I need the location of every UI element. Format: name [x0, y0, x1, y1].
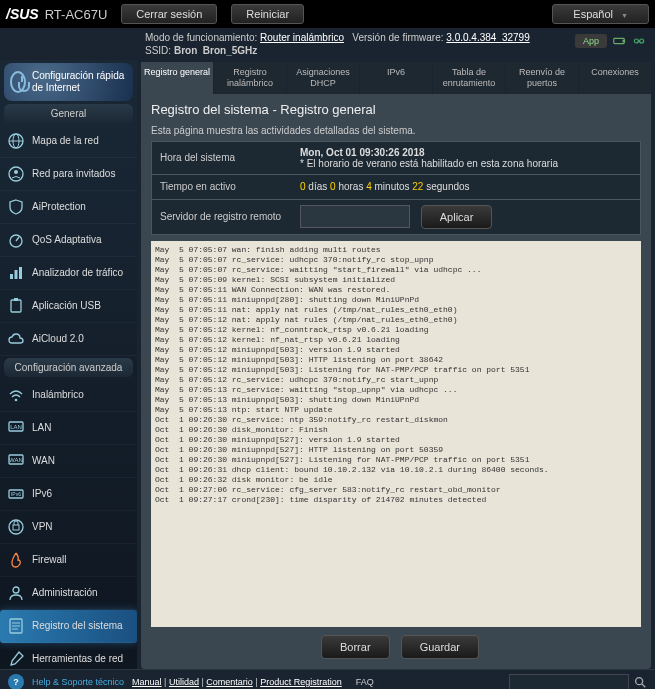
sidebar-item-registro-del-sistema[interactable]: Registro del sistema — [0, 610, 137, 643]
svg-point-31 — [636, 678, 643, 685]
svg-line-32 — [642, 684, 646, 688]
nav-label: Red para invitados — [32, 168, 115, 180]
uptime-value: 0 días 0 horas 4 minutos 22 segundos — [292, 176, 640, 197]
reboot-button[interactable]: Reiniciar — [231, 4, 304, 24]
ipv6-icon: IPv6 — [6, 484, 26, 504]
top-bar: /SUS RT-AC67U Cerrar sesión Reiniciar Es… — [0, 0, 655, 28]
faq-search-input[interactable] — [509, 674, 629, 689]
fw-link[interactable]: 3.0.0.4.384_32799 — [446, 32, 529, 43]
sidebar-item-vpn[interactable]: VPN — [0, 511, 137, 544]
sidebar-item-analizador-de-tr-fico[interactable]: Analizador de tráfico — [0, 257, 137, 290]
remote-log-label: Servidor de registro remoto — [152, 206, 292, 227]
ssid-5: Bron_5GHz — [203, 45, 257, 56]
svg-text:WAN: WAN — [9, 457, 23, 463]
feedback-link[interactable]: Comentario — [206, 677, 253, 687]
header-right-icons: App — [575, 34, 647, 48]
sidebar-item-herramientas-de-red[interactable]: Herramientas de red — [0, 643, 137, 669]
nav-label: WAN — [32, 455, 55, 467]
fw-label: Versión de firmware: — [352, 32, 443, 43]
utility-link[interactable]: Utilidad — [169, 677, 199, 687]
sidebar-item-qos-adaptativa[interactable]: QoS Adaptativa — [0, 224, 137, 257]
app-badge[interactable]: App — [575, 34, 607, 48]
nav-label: Mapa de la red — [32, 135, 99, 147]
nav-label: Registro del sistema — [32, 620, 123, 632]
remote-log-input[interactable] — [300, 205, 410, 228]
ssid-label: SSID: — [145, 45, 171, 56]
sidebar-item-aplicaci-n-usb[interactable]: Aplicación USB — [0, 290, 137, 323]
svg-point-24 — [9, 520, 23, 534]
search-icon[interactable] — [633, 675, 647, 689]
sidebar: Configuración rápida de Internet General… — [0, 60, 137, 669]
logout-button[interactable]: Cerrar sesión — [121, 4, 217, 24]
sidebar-item-firewall[interactable]: Firewall — [0, 544, 137, 577]
nav-label: QoS Adaptativa — [32, 234, 102, 246]
wan-icon: WAN — [6, 451, 26, 471]
fire-icon — [6, 550, 26, 570]
sidebar-item-mapa-de-la-red[interactable]: Mapa de la red — [0, 125, 137, 158]
page-title: Registro del sistema - Registro general — [151, 102, 641, 117]
nav-label: Administración — [32, 587, 98, 599]
registration-link[interactable]: Product Registration — [260, 677, 342, 687]
language-select[interactable]: Español — [552, 4, 649, 24]
nav-label: Aplicación USB — [32, 300, 101, 312]
panel: Registro del sistema - Registro general … — [141, 94, 651, 669]
save-button[interactable]: Guardar — [401, 635, 479, 659]
svg-rect-16 — [14, 298, 18, 301]
sidebar-item-wan[interactable]: WANWAN — [0, 445, 137, 478]
log-textarea[interactable] — [151, 241, 641, 627]
svg-rect-1 — [623, 40, 626, 43]
sidebar-item-inal-mbrico[interactable]: Inalámbrico — [0, 379, 137, 412]
help-icon[interactable]: ? — [8, 674, 24, 689]
sidebar-item-administraci-n[interactable]: Administración — [0, 577, 137, 610]
tab-conexiones[interactable]: Conexiones — [579, 62, 651, 94]
link-icon[interactable] — [631, 34, 647, 48]
quick-setup-label: Configuración rápida de Internet — [32, 70, 127, 94]
sidebar-item-ipv6[interactable]: IPv6IPv6 — [0, 478, 137, 511]
svg-rect-14 — [19, 267, 22, 279]
clear-button[interactable]: Borrar — [321, 635, 390, 659]
nav-label: AiCloud 2.0 — [32, 333, 84, 345]
sidebar-item-red-para-invitados[interactable]: Red para invitados — [0, 158, 137, 191]
info-bar: Modo de funcionamiento: Router inalámbri… — [0, 28, 655, 60]
tab-asignaciones-dhcp[interactable]: Asignaciones DHCP — [287, 62, 359, 94]
tab-registro-inal-mbrico[interactable]: Registro inalámbrico — [214, 62, 286, 94]
chart-icon — [6, 263, 26, 283]
nav-label: VPN — [32, 521, 53, 533]
uptime-label: Tiempo en activo — [152, 176, 292, 197]
usb-icon — [6, 296, 26, 316]
content-area: Registro generalRegistro inalámbricoAsig… — [137, 60, 655, 669]
section-general: General — [4, 104, 133, 123]
section-advanced: Configuración avanzada — [4, 358, 133, 377]
svg-point-26 — [13, 587, 19, 593]
footer-help: ? Help & Soporte técnico Manual | Utilid… — [0, 669, 655, 689]
svg-rect-25 — [13, 525, 19, 530]
tab-reenv-o-de-puertos[interactable]: Reenvío de puertos — [506, 62, 578, 94]
nav-label: IPv6 — [32, 488, 52, 500]
tab-ipv6[interactable]: IPv6 — [360, 62, 432, 94]
admin-icon — [6, 583, 26, 603]
tab-tabla-de-enrutamiento[interactable]: Tabla de enrutamiento — [433, 62, 505, 94]
nav-label: Inalámbrico — [32, 389, 84, 401]
quick-internet-setup[interactable]: Configuración rápida de Internet — [4, 63, 133, 101]
tab-registro-general[interactable]: Registro general — [141, 62, 213, 94]
ssid-24: Bron — [174, 45, 197, 56]
apply-button[interactable]: Aplicar — [421, 205, 493, 229]
manual-link[interactable]: Manual — [132, 677, 162, 687]
cloud-icon — [6, 329, 26, 349]
svg-text:LAN: LAN — [10, 424, 22, 430]
lan-icon: LAN — [6, 418, 26, 438]
sidebar-item-aiprotection[interactable]: AiProtection — [0, 191, 137, 224]
svg-text:IPv6: IPv6 — [11, 491, 21, 497]
sidebar-item-aicloud-2-0[interactable]: AiCloud 2.0 — [0, 323, 137, 356]
usb-icon[interactable] — [611, 34, 627, 48]
wifi-icon — [6, 385, 26, 405]
globe-icon — [6, 131, 26, 151]
mode-link[interactable]: Router inalámbrico — [260, 32, 344, 43]
sidebar-item-lan[interactable]: LANLAN — [0, 412, 137, 445]
tools-icon — [6, 649, 26, 669]
nav-label: LAN — [32, 422, 51, 434]
dst-note: * El horario de verano está habilitado e… — [300, 158, 558, 169]
qos-icon — [6, 230, 26, 250]
svg-rect-13 — [15, 270, 18, 279]
nav-label: AiProtection — [32, 201, 86, 213]
